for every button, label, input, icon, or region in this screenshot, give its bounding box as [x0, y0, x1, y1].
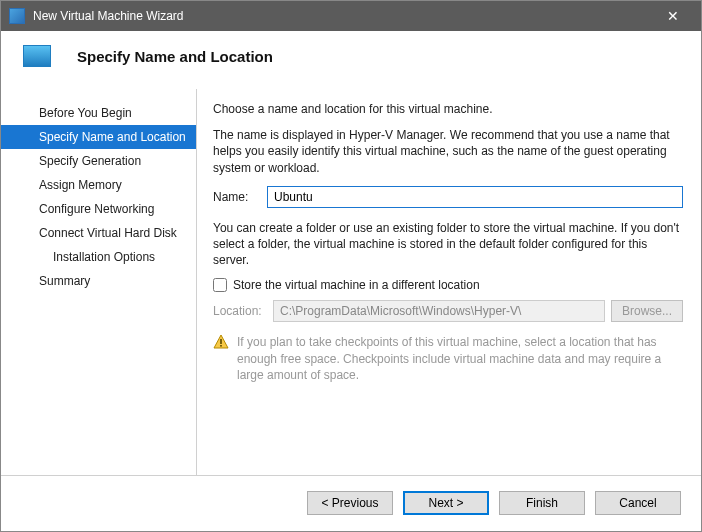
- warning-icon: [213, 334, 229, 350]
- warning-block: If you plan to take checkpoints of this …: [213, 334, 683, 383]
- page-title: Specify Name and Location: [77, 48, 273, 65]
- wizard-footer: < Previous Next > Finish Cancel: [1, 475, 701, 529]
- step-configure-networking[interactable]: Configure Networking: [1, 197, 196, 221]
- wizard-main-panel: Choose a name and location for this virt…: [197, 85, 701, 475]
- next-button[interactable]: Next >: [403, 491, 489, 515]
- previous-button[interactable]: < Previous: [307, 491, 393, 515]
- step-assign-memory[interactable]: Assign Memory: [1, 173, 196, 197]
- intro-text: Choose a name and location for this virt…: [213, 101, 683, 117]
- name-input[interactable]: [267, 186, 683, 208]
- store-location-checkbox[interactable]: [213, 278, 227, 292]
- location-label: Location:: [213, 304, 267, 318]
- app-icon: [9, 8, 25, 24]
- wizard-steps-sidebar: Before You Begin Specify Name and Locati…: [1, 85, 196, 475]
- svg-rect-1: [220, 339, 222, 344]
- step-before-you-begin[interactable]: Before You Begin: [1, 101, 196, 125]
- step-specify-generation[interactable]: Specify Generation: [1, 149, 196, 173]
- store-location-label: Store the virtual machine in a different…: [233, 278, 480, 292]
- close-button[interactable]: ✕: [653, 1, 693, 31]
- name-help-text: The name is displayed in Hyper-V Manager…: [213, 127, 683, 176]
- step-summary[interactable]: Summary: [1, 269, 196, 293]
- wizard-icon: [23, 45, 51, 67]
- name-label: Name:: [213, 190, 267, 204]
- cancel-button[interactable]: Cancel: [595, 491, 681, 515]
- folder-help-text: You can create a folder or use an existi…: [213, 220, 683, 269]
- step-connect-vhd[interactable]: Connect Virtual Hard Disk: [1, 221, 196, 245]
- finish-button[interactable]: Finish: [499, 491, 585, 515]
- step-installation-options[interactable]: Installation Options: [1, 245, 196, 269]
- svg-rect-2: [220, 345, 222, 347]
- titlebar: New Virtual Machine Wizard ✕: [1, 1, 701, 31]
- wizard-header: Specify Name and Location: [1, 31, 701, 85]
- step-specify-name-location[interactable]: Specify Name and Location: [1, 125, 196, 149]
- location-input: [273, 300, 605, 322]
- browse-button: Browse...: [611, 300, 683, 322]
- window-title: New Virtual Machine Wizard: [33, 9, 653, 23]
- warning-text: If you plan to take checkpoints of this …: [237, 334, 683, 383]
